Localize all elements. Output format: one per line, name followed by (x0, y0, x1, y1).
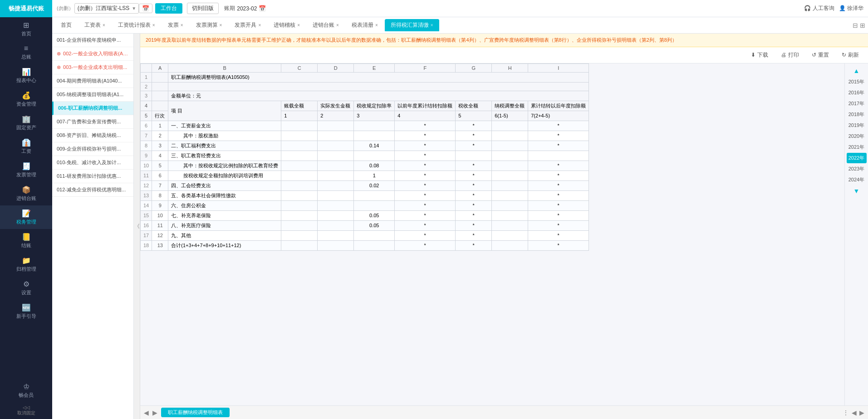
col4-cell[interactable]: * (395, 190, 456, 200)
col6-cell[interactable] (492, 210, 528, 220)
col7-cell[interactable]: * (528, 171, 589, 180)
tab-invoice-open-close[interactable]: × (258, 23, 261, 28)
col6-cell[interactable] (492, 131, 528, 141)
col3-cell[interactable] (354, 230, 395, 240)
col1-cell[interactable] (281, 230, 318, 240)
col3-cell[interactable]: 0.05 (354, 220, 395, 230)
year-btn[interactable]: 2020年 (847, 131, 867, 141)
name-cell[interactable]: 三、职工教育经费支出 (168, 151, 281, 161)
tab-invoice-close[interactable]: × (181, 23, 183, 28)
col1-cell[interactable] (281, 121, 318, 131)
bottom-scroll-left[interactable]: ◀ (852, 409, 857, 416)
col7-cell[interactable]: * (528, 240, 589, 250)
col5-cell[interactable]: * (456, 230, 492, 240)
sidebar-item-purchase[interactable]: 📦 进销台账 (0, 182, 52, 205)
left-panel-item-001[interactable]: 001-企业所得税年度纳税申... (52, 34, 133, 47)
col5-cell[interactable]: * (456, 131, 492, 141)
sidebar-item-report[interactable]: 📊 报表中心 (0, 64, 52, 88)
col5-cell[interactable]: * (456, 161, 492, 171)
col5-cell[interactable]: * (456, 220, 492, 230)
col1-cell[interactable] (281, 151, 318, 161)
bottom-scroll-right[interactable]: ▶ (859, 409, 864, 416)
seq-cell[interactable]: 5 (152, 161, 168, 171)
col4-cell[interactable]: * (395, 161, 456, 171)
col4-cell[interactable]: * (395, 131, 456, 141)
tab-invoice-open[interactable]: 发票开具 × (229, 19, 267, 31)
col1-cell[interactable] (281, 180, 318, 190)
col4-cell[interactable]: * (395, 121, 456, 131)
sidebar-item-archive[interactable]: 📁 归档管理 (0, 253, 52, 276)
sidebar-item-salary[interactable]: 👔 工资 (0, 135, 52, 158)
col6-cell[interactable] (492, 200, 528, 210)
tab-expand-icon[interactable]: ⊞ (860, 22, 865, 29)
col4-cell[interactable]: * (395, 210, 456, 220)
col3-cell[interactable] (354, 131, 395, 141)
col4-cell[interactable]: * (395, 240, 456, 250)
left-panel-item-007[interactable]: 007-广告费和业务宣传费明... (52, 115, 133, 129)
panel-collapse-toggle[interactable]: 《 (134, 34, 140, 419)
col1-cell[interactable] (281, 161, 318, 171)
calendar-icon[interactable]: 📅 (259, 5, 266, 12)
left-panel-item-009[interactable]: 009-企业所得税弥补亏损明... (52, 142, 133, 156)
col6-cell[interactable] (492, 151, 528, 161)
col5-cell[interactable]: * (456, 180, 492, 190)
seq-cell[interactable]: 6 (152, 171, 168, 180)
year-btn[interactable]: 2019年 (847, 120, 867, 131)
col3-cell[interactable]: 0.08 (354, 161, 395, 171)
tab-collapse-icon[interactable]: ⊟ (853, 22, 858, 29)
sidebar-item-home[interactable]: ⊞ 首页 (0, 17, 52, 41)
col2-cell[interactable] (318, 131, 354, 141)
col3-cell[interactable] (354, 151, 395, 161)
col2-cell[interactable] (318, 151, 354, 161)
name-cell[interactable]: 六、住房公积金 (168, 200, 281, 210)
col6-cell[interactable] (492, 220, 528, 230)
year-btn[interactable]: 2018年 (847, 109, 867, 120)
col7-cell[interactable]: * (528, 121, 589, 131)
col3-cell[interactable]: 1 (354, 171, 395, 180)
col5-cell[interactable]: * (456, 171, 492, 180)
col7-cell[interactable]: * (528, 141, 589, 151)
col5-cell[interactable] (456, 151, 492, 161)
col7-cell[interactable]: * (528, 230, 589, 240)
name-cell[interactable]: 四、工会经费支出 (168, 180, 281, 190)
col1-cell[interactable] (281, 210, 318, 220)
col2-cell[interactable] (318, 220, 354, 230)
col2-cell[interactable] (318, 171, 354, 180)
year-btn[interactable]: 2016年 (847, 88, 867, 98)
col3-cell[interactable]: 0.14 (354, 141, 395, 151)
seq-cell[interactable]: 3 (152, 141, 168, 151)
left-panel-item-004[interactable]: 004-期间费用明细表(A1040... (52, 74, 133, 88)
seq-cell[interactable]: 7 (152, 180, 168, 190)
col2-cell[interactable] (318, 141, 354, 151)
tab-purchase-check-close[interactable]: × (297, 23, 300, 28)
year-btn[interactable]: 2024年 (847, 175, 867, 185)
year-btn[interactable]: 2022年 (847, 153, 867, 163)
col6-cell[interactable] (492, 190, 528, 200)
col6-cell[interactable] (492, 180, 528, 190)
tab-invoice-calc[interactable]: 发票测算 × (190, 19, 228, 31)
name-cell[interactable]: 其中：股权激励 (168, 131, 281, 141)
print-button[interactable]: 🖨 打印 (777, 50, 803, 60)
sidebar-item-unpin[interactable]: ◁◁ 取消固定 (0, 402, 52, 419)
col4-cell[interactable]: * (395, 171, 456, 180)
col7-cell[interactable]: * (528, 210, 589, 220)
year-up-arrow[interactable]: ▲ (852, 65, 862, 76)
seq-cell[interactable]: 12 (152, 230, 168, 240)
col2-cell[interactable] (318, 190, 354, 200)
col5-cell[interactable]: * (456, 210, 492, 220)
tab-salary[interactable]: 工资表 × (78, 19, 111, 31)
col1-cell[interactable] (281, 171, 318, 180)
tab-salary-report-close[interactable]: × (152, 23, 155, 28)
col6-cell[interactable] (492, 141, 528, 151)
name-cell[interactable]: 七、补充养老保险 (168, 210, 281, 220)
col4-cell[interactable]: * (395, 200, 456, 210)
col6-cell[interactable] (492, 240, 528, 250)
left-panel-item-010[interactable]: 010-免税、减计收入及加计... (52, 156, 133, 170)
sidebar-item-member[interactable]: ♔ 畅会员 (0, 379, 52, 402)
year-down-arrow[interactable]: ▼ (852, 185, 862, 196)
col6-cell[interactable] (492, 161, 528, 171)
sidebar-item-close[interactable]: 📒 结账 (0, 229, 52, 253)
col2-cell[interactable] (318, 210, 354, 220)
seq-cell[interactable]: 11 (152, 220, 168, 230)
year-btn[interactable]: 2021年 (847, 142, 867, 152)
